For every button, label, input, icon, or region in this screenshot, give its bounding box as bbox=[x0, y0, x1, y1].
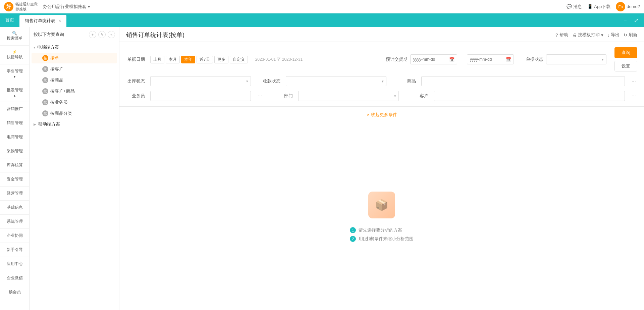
app-download-button[interactable]: 📱 App下载 bbox=[587, 4, 610, 10]
salesperson-input[interactable] bbox=[150, 91, 251, 101]
chevron-down-icon: ▾ bbox=[88, 4, 90, 9]
main-content: 销售订单统计表(按单) ? 帮助 🖨 按模板打印 ▾ ↓ 导出 bbox=[119, 27, 644, 310]
product-label: 商品 bbox=[397, 78, 416, 84]
sidebar-item-shortcut[interactable]: ⚡ 快捷导航 bbox=[0, 46, 29, 64]
tree-parent-mobile[interactable]: ▶ 移动端方案 bbox=[30, 119, 119, 129]
empty-tip-2: 2 用[过滤]条件来缩小分析范围 bbox=[350, 236, 413, 242]
scheme-by-customer[interactable]: 按 按客户 bbox=[32, 64, 117, 74]
sidebar-item-operations[interactable]: 经营管理 bbox=[0, 187, 29, 201]
export-button[interactable]: ↓ 导出 bbox=[607, 32, 620, 38]
sidebar-item-marketing[interactable]: 营销推广 bbox=[0, 102, 29, 116]
sidebar-item-newbie[interactable]: 新手引导 bbox=[0, 243, 29, 257]
filter-row-3: 业务员 ··· 部门 ▾ 客户 ··· bbox=[126, 91, 637, 101]
edit-scheme-button[interactable]: ✎ bbox=[98, 31, 106, 38]
customer-label: 客户 bbox=[410, 93, 428, 99]
chevron-down-icon: ▾ bbox=[14, 75, 15, 79]
left-panel-actions: + ✎ « bbox=[89, 31, 115, 38]
maximize-button[interactable]: ⤢ bbox=[632, 16, 640, 24]
scheme-by-product[interactable]: 按 按商品 bbox=[32, 75, 117, 86]
filter-row-2: 出库状态 ▾ 收款状态 ▾ bbox=[126, 76, 637, 86]
collapse-panel-button[interactable]: « bbox=[108, 31, 115, 38]
left-panel-header: 按以下方案查询 + ✎ « bbox=[30, 31, 119, 41]
sidebar-item-wechat[interactable]: 企业微信 bbox=[0, 271, 29, 285]
ship-status-select[interactable] bbox=[150, 76, 251, 86]
last7days-btn[interactable]: 近7天 bbox=[197, 56, 213, 63]
scheme-by-customer-product[interactable]: 按 按客户+商品 bbox=[32, 86, 117, 97]
this-month-btn[interactable]: 本月 bbox=[166, 56, 180, 63]
sidebar-item-sales[interactable]: 销售管理 bbox=[0, 116, 29, 130]
sidebar-item-system[interactable]: 系统管理 bbox=[0, 215, 29, 229]
sidebar-item-basic[interactable]: 基础信息 bbox=[0, 201, 29, 215]
salesperson-more-button[interactable]: ··· bbox=[256, 93, 263, 99]
sidebar-item-enterprise[interactable]: 企业协同 bbox=[0, 229, 29, 243]
start-date-input[interactable] bbox=[410, 54, 457, 64]
tab-sales-order-stats[interactable]: 销售订单统计表 × bbox=[19, 15, 66, 27]
scheme-by-category[interactable]: 按 按商品分类 bbox=[32, 108, 117, 119]
expected-date-label: 预计交货期 bbox=[386, 56, 408, 62]
sidebar-item-finance[interactable]: 资金管理 bbox=[0, 172, 29, 187]
page-title: 销售订单统计表(按单) bbox=[126, 31, 184, 39]
start-date-wrap: 📅 bbox=[410, 54, 457, 64]
settings-button[interactable]: 设置 bbox=[614, 61, 637, 71]
sidebar-item-ecommerce[interactable]: 电商管理 bbox=[0, 130, 29, 144]
filter-section: 单据日期 上月 本月 本年 近7天 更多 自定义 2023-01-01 至 20… bbox=[119, 42, 644, 122]
print-button[interactable]: 🖨 按模板打印 ▾ bbox=[572, 32, 603, 38]
tab-bar-actions: − ⤢ bbox=[621, 16, 644, 24]
receive-status-select-wrap: ▾ bbox=[286, 76, 386, 86]
sidebar-item-inventory[interactable]: 库存核算 bbox=[0, 158, 29, 172]
query-button[interactable]: 查询 bbox=[614, 47, 637, 58]
end-date-wrap: 📅 bbox=[467, 54, 514, 64]
shortcut-icon: ⚡ bbox=[3, 50, 26, 54]
export-icon: ↓ bbox=[607, 33, 610, 38]
tree-parent-desktop[interactable]: ▾ 电脑端方案 bbox=[30, 42, 119, 52]
date-separator: — bbox=[460, 57, 464, 62]
empty-box-icon: 📦 bbox=[368, 192, 395, 218]
scheme-by-order[interactable]: 按 按单 bbox=[32, 53, 117, 63]
scheme-icon: 按 bbox=[42, 110, 48, 116]
sidebar-item-retail[interactable]: 零售管理 ▾ bbox=[0, 64, 29, 83]
department-select[interactable] bbox=[298, 91, 399, 101]
status-select[interactable] bbox=[546, 54, 606, 64]
sidebar-item-appcenter[interactable]: 应用中心 bbox=[0, 257, 29, 271]
sidebar-item-search[interactable]: 🔍 搜索菜单 bbox=[0, 27, 29, 46]
this-year-btn[interactable]: 本年 bbox=[181, 56, 195, 63]
scheme-icon: 按 bbox=[42, 66, 48, 72]
filter-row-1: 单据日期 上月 本月 本年 近7天 更多 自定义 2023-01-01 至 20… bbox=[126, 47, 637, 71]
logo-text: 畅捷通好生意 标准版 bbox=[15, 2, 38, 11]
tab-home[interactable]: 首页 bbox=[0, 13, 19, 27]
date-shortcuts: 上月 本月 本年 近7天 更多 自定义 bbox=[150, 56, 248, 63]
sidebar-item-member[interactable]: 畅会员 bbox=[0, 285, 29, 299]
message-button[interactable]: 💬 消息 bbox=[567, 4, 582, 10]
help-button[interactable]: ? 帮助 bbox=[555, 32, 568, 38]
tip-num-2: 2 bbox=[350, 236, 356, 242]
search-icon: 🔍 bbox=[3, 31, 26, 36]
receive-status-label: 收款状态 bbox=[262, 78, 280, 84]
product-more-button[interactable]: ··· bbox=[630, 78, 637, 84]
chevron-right-icon: ▶ bbox=[34, 122, 36, 126]
collapse-button[interactable]: ∧ 收起更多条件 bbox=[364, 109, 400, 120]
end-date-input[interactable] bbox=[467, 54, 514, 64]
help-icon: ? bbox=[555, 33, 558, 38]
tip-num-1: 1 bbox=[350, 227, 356, 233]
customer-more-button[interactable]: ··· bbox=[630, 93, 637, 99]
user-menu[interactable]: Ea demo2 bbox=[616, 2, 640, 11]
app-selector[interactable]: 办公用品行业模拟账套 ▾ bbox=[40, 2, 93, 11]
product-input[interactable] bbox=[421, 76, 625, 86]
scheme-icon: 按 bbox=[42, 88, 48, 94]
custom-date-btn[interactable]: 自定义 bbox=[230, 56, 248, 63]
date-range-text: 2023-01-01 至 2023-12-31 bbox=[255, 57, 303, 62]
receive-status-select[interactable] bbox=[286, 76, 386, 86]
more-date-btn[interactable]: 更多 bbox=[214, 56, 228, 63]
refresh-button[interactable]: ↻ 刷新 bbox=[624, 32, 637, 38]
scheme-icon: 按 bbox=[42, 55, 48, 61]
scheme-icon: 按 bbox=[42, 99, 48, 105]
sidebar-item-purchase[interactable]: 采购管理 bbox=[0, 144, 29, 158]
sidebar-item-wholesale[interactable]: 批发管理 ▴ bbox=[0, 83, 29, 102]
customer-input[interactable] bbox=[434, 91, 625, 101]
last-month-btn[interactable]: 上月 bbox=[150, 56, 164, 63]
scheme-by-salesperson[interactable]: 按 按业务员 bbox=[32, 97, 117, 108]
close-tab-button[interactable]: × bbox=[59, 18, 61, 23]
minimize-button[interactable]: − bbox=[621, 16, 629, 24]
add-scheme-button[interactable]: + bbox=[89, 31, 96, 38]
tree-section: ▾ 电脑端方案 按 按单 按 按客户 按 按商品 按 按客户+商品 bbox=[30, 41, 119, 131]
